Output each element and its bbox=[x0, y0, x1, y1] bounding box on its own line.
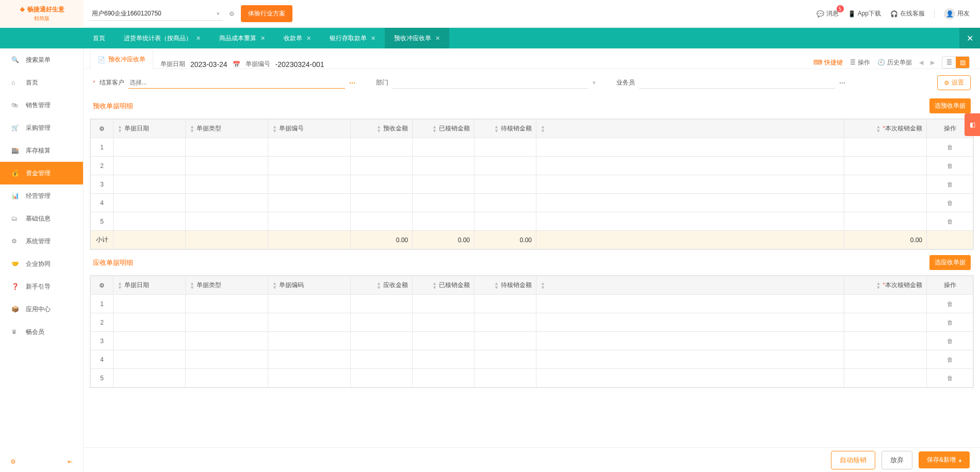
sidebar-item-应用中心[interactable]: 📦应用中心 bbox=[0, 298, 83, 321]
sidebar-item-库存核算[interactable]: 🏬库存核算 bbox=[0, 139, 83, 162]
close-icon[interactable]: ✕ bbox=[196, 35, 201, 42]
close-all-tabs[interactable]: ✕ bbox=[959, 28, 980, 48]
delete-icon[interactable]: 🗑 bbox=[947, 356, 953, 363]
gear-icon: ⚙ bbox=[944, 79, 950, 87]
table-row[interactable]: 2🗑 bbox=[91, 157, 973, 175]
col-header[interactable]: ▲▼单据编号 bbox=[268, 120, 351, 138]
delete-icon[interactable]: 🗑 bbox=[947, 375, 953, 382]
operations-link[interactable]: ☰操作 bbox=[850, 58, 870, 67]
col-header[interactable]: ▲▼单据日期 bbox=[113, 276, 186, 295]
col-header[interactable]: ▲▼ bbox=[536, 120, 844, 138]
delete-icon[interactable]: 🗑 bbox=[947, 199, 953, 207]
col-header[interactable]: ▲▼已核销金额 bbox=[413, 120, 475, 138]
dept-input[interactable] bbox=[393, 77, 589, 89]
sidebar-item-资金管理[interactable]: 💰资金管理 bbox=[0, 162, 83, 184]
support-link[interactable]: 🎧在线客服 bbox=[890, 9, 925, 18]
customer-picker-icon[interactable]: ⋯ bbox=[349, 79, 355, 87]
col-header[interactable]: ▲▼ bbox=[536, 276, 844, 295]
app-download-link[interactable]: 📱App下载 bbox=[848, 9, 881, 18]
tab-收款单[interactable]: 收款单✕ bbox=[274, 28, 320, 48]
menu-icon: 🛍 bbox=[11, 102, 21, 109]
tenant-selector[interactable]: 用户690企业1660120750 ▾ bbox=[89, 7, 223, 21]
tab-进货单统计表（按商品）[interactable]: 进货单统计表（按商品）✕ bbox=[115, 28, 210, 48]
tab-strip: 首页进货单统计表（按商品）✕商品成本重算✕收款单✕银行存取款单✕预收冲应收单✕✕ bbox=[0, 28, 980, 48]
sidebar-item-搜索菜单[interactable]: 🔍搜索菜单 bbox=[0, 48, 83, 71]
save-new-button[interactable]: 保存&新增▴ bbox=[919, 451, 970, 468]
next-icon[interactable]: ▶ bbox=[930, 59, 935, 66]
col-header[interactable]: ▲▼待核销金额 bbox=[475, 120, 536, 138]
settings-button[interactable]: ⚙设置 bbox=[937, 75, 971, 90]
settings-icon[interactable]: ⚙ bbox=[10, 458, 16, 465]
right-rail-tab[interactable]: ◧ bbox=[965, 113, 980, 136]
hotkey-link[interactable]: ⌨快捷键 bbox=[813, 58, 843, 67]
pick-receivable-button[interactable]: 选应收单据 bbox=[929, 255, 971, 270]
table-row[interactable]: 5🗑 bbox=[91, 369, 973, 387]
sidebar-item-新手引导[interactable]: ❓新手引导 bbox=[0, 275, 83, 298]
grid-settings-icon[interactable]: ⚙ bbox=[91, 276, 113, 295]
sidebar-item-系统管理[interactable]: ⚙系统管理 bbox=[0, 230, 83, 252]
table-row[interactable]: 4🗑 bbox=[91, 194, 973, 212]
table-row[interactable]: 3🗑 bbox=[91, 175, 973, 194]
user-menu[interactable]: 👤用友 bbox=[944, 8, 970, 20]
col-header[interactable]: ▲▼已核销金额 bbox=[413, 276, 475, 295]
sidebar-item-畅会员[interactable]: ♛畅会员 bbox=[0, 321, 83, 343]
col-header[interactable]: ▲▼待核销金额 bbox=[475, 276, 536, 295]
col-header[interactable]: ▲▼单据类型 bbox=[186, 276, 268, 295]
sidebar-item-采购管理[interactable]: 🛒采购管理 bbox=[0, 116, 83, 139]
col-header[interactable]: ▲▼单据日期 bbox=[113, 120, 186, 138]
view-detail-icon[interactable]: ▤ bbox=[956, 57, 969, 68]
menu-icon: ♛ bbox=[11, 328, 21, 335]
view-list-icon[interactable]: ☰ bbox=[942, 57, 956, 68]
table-row[interactable]: 5🗑 bbox=[91, 212, 973, 231]
delete-icon[interactable]: 🗑 bbox=[947, 144, 953, 151]
table-row[interactable]: 1🗑 bbox=[91, 295, 973, 313]
delete-icon[interactable]: 🗑 bbox=[947, 181, 953, 188]
delete-icon[interactable]: 🗑 bbox=[947, 162, 953, 170]
sidebar-item-销售管理[interactable]: 🛍销售管理 bbox=[0, 94, 83, 116]
close-icon[interactable]: ✕ bbox=[306, 35, 311, 42]
col-header[interactable]: ▲▼预收金额 bbox=[351, 120, 413, 138]
doc-date-value[interactable]: 2023-03-24 bbox=[190, 60, 227, 69]
col-header[interactable]: ▲▼单据编码 bbox=[268, 276, 351, 295]
discard-button[interactable]: 放弃 bbox=[881, 451, 912, 469]
brand-name: 畅捷通好生意 bbox=[27, 5, 64, 14]
customer-input[interactable] bbox=[128, 77, 345, 89]
pick-prepay-button[interactable]: 选预收单据 bbox=[929, 98, 971, 113]
industry-plan-button[interactable]: 体验行业方案 bbox=[241, 5, 292, 22]
table-row[interactable]: 4🗑 bbox=[91, 350, 973, 369]
tab-银行存取款单[interactable]: 银行存取款单✕ bbox=[320, 28, 385, 48]
close-icon[interactable]: ✕ bbox=[435, 35, 440, 42]
messages-link[interactable]: 💬消息 5 bbox=[816, 9, 839, 18]
sales-input[interactable] bbox=[639, 77, 835, 89]
page-tab[interactable]: 📄 预收冲应收单 bbox=[90, 49, 153, 69]
history-link[interactable]: 🕘历史单据 bbox=[877, 58, 912, 67]
col-header[interactable]: ▲▼应收金额 bbox=[351, 276, 413, 295]
sidebar-item-经营管理[interactable]: 📊经营管理 bbox=[0, 184, 83, 207]
delete-icon[interactable]: 🗑 bbox=[947, 338, 953, 345]
gear-icon[interactable]: ⚙ bbox=[229, 10, 235, 18]
sidebar-item-基础信息[interactable]: 🗂基础信息 bbox=[0, 207, 83, 230]
sales-picker-icon[interactable]: ⋯ bbox=[839, 79, 845, 87]
delete-icon[interactable]: 🗑 bbox=[947, 300, 953, 308]
prev-icon[interactable]: ◀ bbox=[919, 59, 923, 66]
col-header[interactable]: ▲▼单据类型 bbox=[186, 120, 268, 138]
grid-settings-icon[interactable]: ⚙ bbox=[91, 120, 113, 138]
delete-icon[interactable]: 🗑 bbox=[947, 319, 953, 326]
col-header[interactable]: ▲▼*本次核销金额 bbox=[844, 276, 927, 295]
chevron-down-icon[interactable]: ▾ bbox=[593, 79, 596, 86]
close-icon[interactable]: ✕ bbox=[260, 35, 265, 42]
tab-首页[interactable]: 首页 bbox=[84, 28, 115, 48]
auto-match-button[interactable]: 自动核销 bbox=[831, 451, 875, 469]
tab-商品成本重算[interactable]: 商品成本重算✕ bbox=[210, 28, 274, 48]
tab-预收冲应收单[interactable]: 预收冲应收单✕ bbox=[385, 28, 449, 48]
sidebar-item-首页[interactable]: ⌂首页 bbox=[0, 71, 83, 94]
table-row[interactable]: 2🗑 bbox=[91, 313, 973, 332]
table-row[interactable]: 3🗑 bbox=[91, 332, 973, 350]
col-header[interactable]: ▲▼*本次核销金额 bbox=[844, 120, 927, 138]
sidebar-item-企业协同[interactable]: 🤝企业协同 bbox=[0, 252, 83, 275]
calendar-icon[interactable]: 📅 bbox=[233, 61, 240, 68]
close-icon[interactable]: ✕ bbox=[371, 35, 375, 42]
table-row[interactable]: 1🗑 bbox=[91, 138, 973, 157]
delete-icon[interactable]: 🗑 bbox=[947, 218, 953, 225]
collapse-icon[interactable]: ⇤ bbox=[68, 458, 73, 465]
